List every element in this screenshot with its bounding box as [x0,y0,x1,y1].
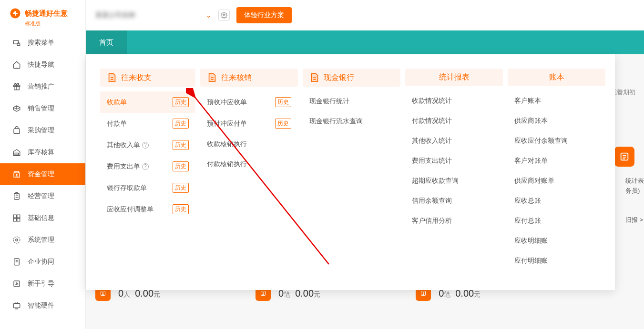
mega-item[interactable]: 费用支出单?历史 [100,156,195,177]
mega-item[interactable]: 收款单历史 [100,91,195,113]
mega-item-list: 现金银行统计现金银行流水查询 [303,91,400,131]
mega-item[interactable]: 客户账本 [508,91,605,111]
mega-header: 往来收支 [100,69,195,87]
mega-item-label: 费用支出统计 [412,157,452,165]
clipboard-icon [12,192,21,200]
history-tag[interactable]: 历史 [173,204,189,214]
tab-bar: 首页 [86,30,644,54]
floating-action-button[interactable] [614,147,634,167]
mega-item[interactable]: 应收应付余额查询 [508,131,605,151]
mega-item-label: 供应商对账单 [514,177,554,185]
mega-item-label: 收款核销执行 [207,140,247,149]
history-tag[interactable]: 历史 [275,97,291,107]
svg-rect-15 [17,219,20,221]
mega-item[interactable]: 预收冲应收单历史 [200,91,298,113]
mega-item[interactable]: 收款情况统计 [405,91,503,111]
nav-item-12[interactable]: 智能硬件 [0,295,85,317]
mega-item[interactable]: 现金银行统计 [303,91,400,111]
history-tag[interactable]: 历史 [173,183,189,193]
mega-item[interactable]: 信用余额查询 [405,191,503,211]
mega-item-list: 收款情况统计付款情况统计其他收入统计费用支出统计超期应收款查询信用余额查询客户信… [405,91,503,231]
chevron-down-icon[interactable]: ⌄ [206,11,212,19]
gear-icon[interactable] [218,10,230,21]
nav-item-11[interactable]: 新手引导 [0,273,85,295]
mega-item-label: 信用余额查询 [412,197,452,205]
mega-item-label: 客户信用分析 [412,217,452,225]
mega-item[interactable]: 供应商账本 [508,111,605,131]
svg-point-17 [16,239,18,241]
mega-item[interactable]: 客户信用分析 [405,211,503,231]
mega-item[interactable]: 收款核销执行 [200,134,298,154]
help-icon[interactable]: ? [142,142,149,149]
mega-item[interactable]: 应收明细账 [508,231,605,251]
mega-item[interactable]: 付款核销执行 [200,154,298,174]
history-tag[interactable]: 历史 [173,119,189,129]
hint-line: 完善期初 [611,86,644,100]
nav-list: 搜索菜单快捷导航营销推广销售管理采购管理库存核算资金管理经营管理基础信息系统管理… [0,32,85,317]
mega-header-text: 往来收支 [121,73,152,83]
nav-item-2[interactable]: 营销推广 [0,76,85,98]
nav-item-4[interactable]: 采购管理 [0,120,85,141]
industry-plan-button[interactable]: 体验行业方案 [236,7,292,23]
mega-item[interactable]: 付款情况统计 [405,111,503,131]
hint-line: 旧报 > [625,215,644,225]
mega-item[interactable]: 应付明细账 [508,251,605,271]
history-tag[interactable]: 历史 [173,140,189,150]
mega-item[interactable]: 供应商对账单 [508,171,605,191]
collab-icon [12,258,21,266]
nav-item-5[interactable]: 库存核算 [0,141,85,163]
mega-item-label: 预收冲应收单 [207,98,247,107]
stat-unit: 笔 [444,290,450,298]
mega-item[interactable]: 其他收入单?历史 [100,134,195,156]
nav-item-1[interactable]: 快捷导航 [0,54,85,76]
top-bar: 某某公司名称 ⌄ 体验行业方案 [86,0,644,30]
mega-item[interactable]: 超期应收款查询 [405,171,503,191]
logo-icon [10,8,21,19]
nav-item-6[interactable]: 资金管理 [0,163,85,185]
svg-point-16 [13,237,20,243]
gift-icon [12,82,21,91]
mega-item-label: 客户账本 [514,97,541,105]
bg-right-hints: 完善期初 [611,86,644,100]
mega-item[interactable]: 付款单历史 [100,113,195,134]
mega-item[interactable]: 应付总账 [508,211,605,231]
logo: 畅捷通好生意 [10,8,76,19]
nav-item-label: 经营管理 [28,192,54,200]
mega-item[interactable]: 客户对账单 [508,151,605,171]
nav-item-9[interactable]: 系统管理 [0,229,85,251]
mega-item[interactable]: 银行存取款单历史 [100,177,195,199]
svg-rect-7 [14,129,20,134]
mega-item[interactable]: 现金银行流水查询 [303,111,400,131]
tab-home[interactable]: 首页 [86,30,127,54]
mega-item[interactable]: 费用支出统计 [405,151,503,171]
nav-item-8[interactable]: 基础信息 [0,207,85,229]
nav-item-0[interactable]: 搜索菜单 [0,32,85,54]
nav-item-3[interactable]: 销售管理 [0,98,85,120]
nav-item-10[interactable]: 企业协同 [0,251,85,273]
mega-item[interactable]: 其他收入统计 [405,131,503,151]
history-tag[interactable]: 历史 [173,97,189,107]
nav-item-label: 基础信息 [28,214,54,222]
home-icon [12,60,21,69]
mega-column-4: 账本客户账本供应商账本应收应付余额查询客户对账单供应商对账单应收总账应付总账应收… [508,69,605,271]
help-icon[interactable]: ? [142,163,149,170]
mega-column-3: 统计报表收款情况统计付款情况统计其他收入统计费用支出统计超期应收款查询信用余额查… [405,69,503,271]
company-selector[interactable]: 某某公司名称 [95,11,135,20]
mega-item-label: 应付明细账 [514,257,548,265]
stat-unit: 笔 [284,290,290,298]
document-icon [107,72,117,83]
mega-item-label: 付款单 [107,120,127,128]
svg-rect-13 [17,215,20,218]
grid-icon [12,214,21,222]
nav-item-7[interactable]: 经营管理 [0,185,85,207]
history-tag[interactable]: 历史 [275,119,291,129]
mega-item[interactable]: 应收总账 [508,191,605,211]
mega-item[interactable]: 预付冲应付单历史 [200,113,298,134]
mega-header-text: 现金银行 [324,73,354,83]
history-tag[interactable]: 历史 [173,161,189,171]
mega-header: 往来核销 [200,69,298,87]
tv-icon [12,301,21,310]
mega-item[interactable]: 应收应付调整单历史 [100,199,195,220]
mega-menu: 往来收支收款单历史付款单历史其他收入单?历史费用支出单?历史银行存取款单历史应收… [86,54,615,290]
document-icon [309,72,320,83]
